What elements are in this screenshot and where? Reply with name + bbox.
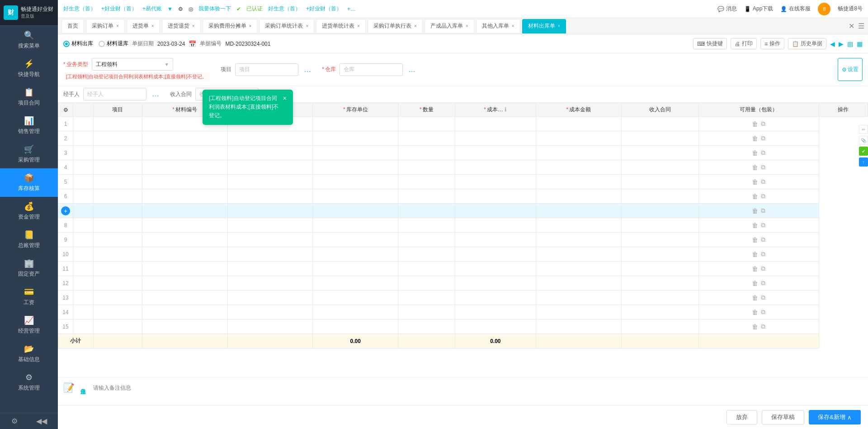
discard-btn[interactable]: 放弃 [726,410,757,424]
th-gear[interactable]: ⚙ [58,103,73,117]
cell-unit[interactable] [227,276,313,291]
cell-cost-amt[interactable] [455,117,536,131]
cell-mat-no[interactable] [93,247,142,262]
cell-unit[interactable] [227,247,313,262]
delete-icon[interactable]: 🗑 [752,294,758,301]
tab-close-stat[interactable]: × [306,24,308,29]
sidebar-item-ledger[interactable]: 📒总账管理 [0,225,58,254]
calendar-icon[interactable]: 📅 [189,40,196,48]
delete-icon[interactable]: 🗑 [752,149,758,157]
copy-icon[interactable]: ⧉ [761,250,765,258]
cell-qty[interactable] [313,160,398,175]
cell-qty[interactable] [313,291,398,305]
copy-icon[interactable]: ⧉ [761,134,765,142]
warehouse-input[interactable]: 仓库 [340,63,403,76]
cell-unit[interactable] [227,319,313,334]
tab-receipt-stat[interactable]: 进货单统计表× [316,19,366,33]
cell-income-contract[interactable] [536,146,621,160]
cell-mat-name[interactable] [142,305,227,319]
cell-mat-name[interactable] [142,319,227,334]
tab-other-inbound[interactable]: 其他入库单× [476,19,520,33]
cell-project[interactable] [73,276,94,291]
cell-cost-amt[interactable] [455,175,536,189]
cell-income-contract[interactable] [536,262,621,276]
cell-mat-name[interactable] [142,175,227,189]
cell-available[interactable] [621,146,698,160]
cell-cost-amt[interactable] [455,218,536,233]
tab-product-inbound[interactable]: 产成品入库单× [425,19,474,33]
cell-cost-amt[interactable] [455,262,536,276]
copy-icon[interactable]: ⧉ [761,178,765,186]
tooltip-close-btn[interactable]: × [283,93,287,103]
nav-prev-btn[interactable]: ◀ [830,40,835,48]
sidebar-item-search[interactable]: 🔍搜索菜单 [0,26,58,54]
delete-icon[interactable]: 🗑 [752,120,758,128]
cell-cost-amt-active[interactable] [455,204,536,218]
cell-cost[interactable] [398,276,455,291]
nav-next-btn[interactable]: ▶ [839,40,844,48]
settings-button[interactable]: ⚙ 设置 [838,58,863,81]
sidebar-item-sales[interactable]: 📊销售管理 [0,111,58,140]
cell-income-contract[interactable] [536,305,621,319]
topbar-tag-yidaiz[interactable]: +易代账 [142,5,162,13]
copy-icon[interactable]: ⧉ [761,279,765,287]
cell-mat-name[interactable] [142,218,227,233]
cell-mat-no[interactable] [93,262,142,276]
cell-cost[interactable] [398,262,455,276]
tab-close-product[interactable]: × [466,24,468,29]
tab-close-material[interactable]: × [558,24,561,29]
cell-cost[interactable] [398,218,455,233]
topbar-message[interactable]: 💬 消息 [717,5,737,13]
cell-qty[interactable] [313,276,398,291]
delete-icon[interactable]: 🗑 [752,135,758,142]
cell-available[interactable] [621,160,698,175]
business-type-input[interactable]: 工程领料 ▼ [92,58,173,71]
right-float-edit-btn[interactable]: ✏ [859,125,868,134]
project-input[interactable]: 项目 [235,63,298,76]
cell-mat-no[interactable] [93,319,142,334]
cell-available[interactable] [621,247,698,262]
copy-icon[interactable]: ⧉ [761,207,765,214]
cell-mat-no[interactable] [93,189,142,204]
cell-income-contract[interactable] [536,117,621,131]
cost-info-icon[interactable]: ℹ [505,106,507,113]
cell-available[interactable] [621,262,698,276]
cell-cost-amt[interactable] [455,291,536,305]
cell-mat-name[interactable] [142,247,227,262]
tab-close-receipt[interactable]: × [151,24,154,29]
save-new-btn[interactable]: 保存&新增 ∧ [809,410,861,424]
cell-available[interactable] [621,291,698,305]
cell-cost[interactable] [398,305,455,319]
topbar-more-1[interactable]: 好生意（首） [268,5,301,13]
cell-mat-name-active[interactable] [142,204,227,218]
tab-purchase-stat[interactable]: 采购订单统计表× [259,19,314,33]
cell-mat-no[interactable] [93,175,142,189]
cell-income-contract[interactable] [536,233,621,247]
cell-project[interactable] [73,305,94,319]
cell-income-contract[interactable] [536,276,621,291]
cell-qty-active[interactable] [313,204,398,218]
cell-cost[interactable] [398,291,455,305]
cell-unit[interactable] [227,189,313,204]
cell-available[interactable] [621,276,698,291]
delete-icon[interactable]: 🗑 [752,193,758,200]
cell-available[interactable] [621,117,698,131]
cell-mat-name[interactable] [142,189,227,204]
cell-unit[interactable] [227,218,313,233]
cell-cost[interactable] [398,160,455,175]
cell-income-contract[interactable] [536,131,621,146]
cell-unit[interactable] [227,291,313,305]
copy-icon[interactable]: ⧉ [761,308,765,316]
sidebar-item-ops[interactable]: 📈经营管理 [0,311,58,339]
cell-income-contract-active[interactable] [536,204,621,218]
tab-purchase-exec[interactable]: 采购订单执行表× [368,19,423,33]
cell-project[interactable] [73,160,94,175]
cell-available[interactable] [621,189,698,204]
view-grid-btn[interactable]: ▦ [857,40,863,48]
topbar-more-3[interactable]: +… [347,6,356,12]
cell-cost-active[interactable] [398,204,455,218]
delete-icon[interactable]: 🗑 [752,323,758,330]
cell-project[interactable] [73,146,94,160]
cell-project[interactable] [73,319,94,334]
cell-cost[interactable] [398,233,455,247]
